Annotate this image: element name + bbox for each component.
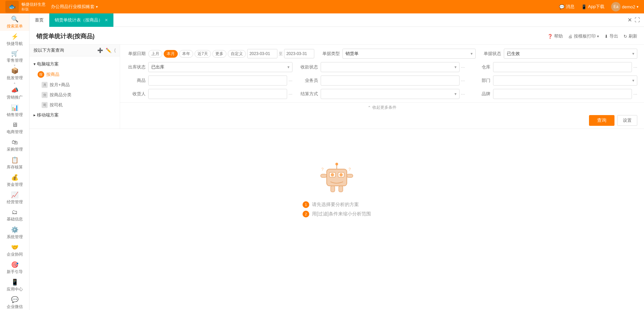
receivestatus-select[interactable]: ▾ [321,62,460,72]
sidebar-item-wholesale[interactable]: 📦 批发管理 ▴ [0,67,29,85]
field-receivestatus-label: 收款状态 [299,64,318,70]
receiver-input[interactable] [148,89,287,99]
docstatus-value: 已生效 [507,51,632,57]
settlement-select[interactable]: ▾ [321,89,460,99]
message-btn[interactable]: 💬 消息 [559,4,575,10]
doctype-select[interactable]: 销货单 ▾ [342,49,476,59]
sidebar-item-enterprise[interactable]: 🤝 企业协同 [0,242,29,259]
svg-rect-8 [347,174,353,177]
scheme-item-by-product[interactable]: 按 按商品 [30,69,120,80]
pill-last-month[interactable]: 上月 [148,50,162,58]
field-warehouse-control: ··· [493,62,637,72]
sidebar-item-quick-nav[interactable]: ⚡ 快捷导航 [0,31,29,48]
field-doctype: 单据类型 销货单 ▾ [321,49,476,59]
collapse-arrow-icon: ⌃ [368,105,371,110]
app-title: 畅捷信好生意 标版 [21,2,46,11]
scheme-item-icon-active: 按 [38,71,44,78]
window-close-icon[interactable]: ✕ [628,17,632,23]
field-product-control: ··· [148,75,292,86]
sidebar-item-ecommerce[interactable]: 🖥 电商管理 [0,119,29,137]
scheme-item-by-category[interactable]: 分 按商品分类 [30,90,120,100]
query-button[interactable]: 查询 [589,115,614,126]
field-department-control: ▾ [493,75,637,86]
pill-this-year[interactable]: 本年 [179,50,193,58]
field-date: 单据日期 上月 本月 本年 近7天 更多 自定义 [127,49,314,59]
empty-icon: ? ? [317,156,357,196]
field-warehouse: 仓库 ··· [472,62,637,72]
filter-and-action: 单据日期 上月 本月 本年 近7天 更多 自定义 [120,45,644,128]
app-download-btn[interactable]: 📱 App下载 [581,4,604,10]
user-menu[interactable]: Ea demo2 ▾ [611,2,639,11]
collapse-tree-icon[interactable]: ⟨ [114,48,116,53]
window-maximize-icon[interactable]: ⛶ [635,17,640,23]
receiver-dots[interactable]: ··· [287,91,292,97]
filter-row-2: 出库状态 已出库 ▾ 收款状态 [127,62,637,72]
warehouse-dots[interactable]: ··· [632,64,637,70]
scheme-group-desktop-header[interactable]: ▾ 电脑端方案 [30,59,120,69]
collapse-btn[interactable]: ⌃ 收起更多条件 [120,102,644,112]
scheme-item-by-month-product[interactable]: 月 按月+商品 [30,80,120,90]
filter-panel: 按以下方案查询 ➕ ✏️ ⟨ ▾ 电脑端方案 [30,45,644,129]
sidebar-item-system[interactable]: ⚙️ 系统管理 [0,224,29,242]
svg-point-4 [339,173,343,176]
sidebar-item-search[interactable]: 🔍 搜索菜单 [0,13,29,31]
brand-input[interactable] [493,89,632,99]
settlement-dots[interactable]: ··· [460,91,465,97]
sidebar-item-retail[interactable]: 🛒 零售管理 ▾ [0,50,29,67]
salesperson-dots[interactable]: ··· [460,78,465,83]
pill-last-7-days[interactable]: 近7天 [195,50,211,58]
field-date-label: 单据日期 [127,51,146,57]
export-btn[interactable]: ⬇ 导出 [604,33,618,39]
field-receivestatus: 收款状态 ▾ ··· [299,62,465,72]
receivestatus-dots[interactable]: ··· [460,64,465,70]
industry-selector[interactable]: 办公用品行业模拟账套 ▾ [48,2,101,11]
tab-home[interactable]: 首页 [30,13,49,27]
outstatus-select[interactable]: 已出库 ▾ [148,62,292,72]
tab-sales-stat[interactable]: 销货单统计表（按商品） ✕ [49,13,114,27]
sidebar-item-basic[interactable]: 🗂 基础信息 [0,207,29,224]
date-from-input[interactable] [247,49,277,58]
edit-scheme-icon[interactable]: ✏️ [106,48,111,53]
sidebar-item-marketing[interactable]: 📣 营销推广 [0,85,29,102]
search-icon: 🔍 [11,15,18,23]
setting-button[interactable]: 设置 [617,115,637,126]
arrow-icon2: ▴ [14,81,15,85]
filter-row-1: 单据日期 上月 本月 本年 近7天 更多 自定义 [127,49,637,59]
help-btn[interactable]: ❓ 帮助 [547,33,563,39]
docstatus-select[interactable]: 已生效 ▾ [504,49,637,59]
appcenter-icon: 📱 [11,278,18,286]
field-salesperson: 业务员 ··· [299,75,465,86]
sidebar-item-finance[interactable]: 💰 资金管理 [0,172,29,189]
field-receiver-control: ··· [148,89,292,99]
sidebar-item-sales[interactable]: 📊 销售管理 [0,102,29,119]
refresh-btn[interactable]: ↻ 刷新 [624,33,637,39]
sidebar-item-operation[interactable]: 📈 经营管理 [0,189,29,207]
tab-expand: ✕ ⛶ [624,17,644,23]
sidebar-item-wechat[interactable]: 💬 企业微信 [0,294,29,310]
sidebar-item-appcenter[interactable]: 📱 应用中心 [0,276,29,294]
action-btn-row: 查询 设置 [120,112,644,128]
sidebar-item-purchase[interactable]: 🛍 采购管理 [0,137,29,154]
empty-tip-num-2: 2 [303,211,309,217]
product-dots[interactable]: ··· [287,78,292,83]
pill-custom[interactable]: 自定义 [228,50,246,58]
sidebar-item-newguide[interactable]: 🎯 新手引导 [0,259,29,276]
pill-more[interactable]: 更多 [212,50,226,58]
scheme-item-by-cashier[interactable]: 司 按司机 [30,100,120,110]
sidebar: 🔍 搜索菜单 ⚡ 快捷导航 🛒 零售管理 ▾ 📦 批发管理 ▴ 📣 营销推广 [0,13,30,310]
sidebar-item-inventory[interactable]: 📋 库存核算 [0,154,29,172]
message-icon: 💬 [559,4,565,9]
pill-this-month[interactable]: 本月 [164,50,178,58]
warehouse-input[interactable] [493,62,632,72]
date-to-input[interactable] [284,49,314,58]
brand-dots[interactable]: ··· [632,91,637,97]
page-actions: ❓ 帮助 🖨 按模板打印 ▾ ⬇ 导出 ↻ [547,33,637,39]
tab-close-icon[interactable]: ✕ [105,18,108,22]
scheme-group-mobile: ▸ 移动端方案 [30,110,120,120]
add-scheme-icon[interactable]: ➕ [97,48,103,53]
department-select[interactable]: ▾ [493,75,637,86]
scheme-group-mobile-header[interactable]: ▸ 移动端方案 [30,110,120,120]
print-btn[interactable]: 🖨 按模板打印 ▾ [568,33,599,39]
salesperson-input[interactable] [321,75,460,86]
product-input[interactable] [148,75,287,86]
